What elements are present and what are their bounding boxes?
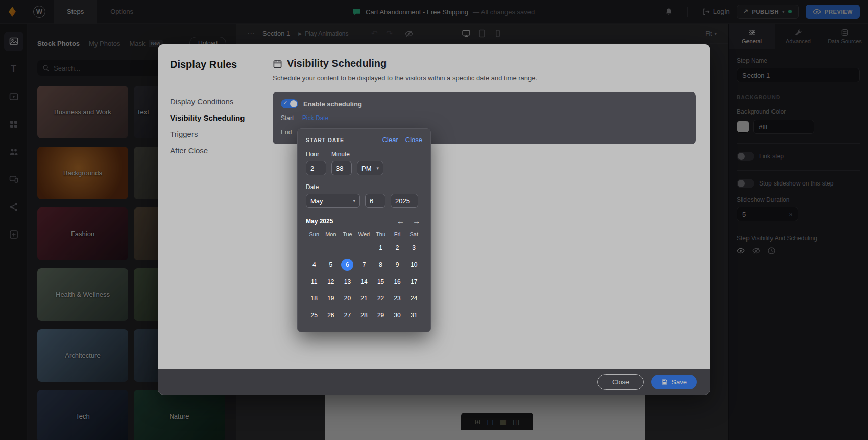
calendar-day[interactable]: 25 [306, 307, 323, 323]
date-picker-popup: START DATE Clear Close Hour Minute PM ▾ [297, 128, 431, 332]
calendar-day[interactable]: 16 [389, 273, 406, 290]
app-screen: W Steps Options Cart Abandonment - Free … [0, 0, 868, 440]
picker-close-link[interactable]: Close [405, 136, 422, 144]
weekday-label: Thu [372, 231, 389, 237]
month-arrows: ← → [397, 217, 422, 225]
calendar-day[interactable]: 8 [372, 256, 389, 273]
calendar-day-number: 31 [408, 309, 420, 321]
calendar-day[interactable]: 20 [339, 290, 356, 307]
month-value: May [310, 197, 323, 205]
calendar-day-number: 8 [375, 259, 387, 271]
month-navigation: May 2025 ← → [306, 217, 422, 225]
calendar-day[interactable]: 17 [405, 273, 422, 290]
picker-links: Clear Close [382, 136, 422, 144]
calendar-day[interactable]: 11 [306, 273, 323, 290]
picker-header: START DATE Clear Close [306, 136, 422, 144]
year-input[interactable] [391, 194, 418, 208]
calendar-day[interactable]: 30 [389, 307, 406, 323]
calendar-day-number: 23 [391, 292, 403, 305]
calendar-empty-cell [306, 239, 323, 256]
picker-caption: START DATE [306, 137, 344, 143]
month-title: May 2025 [306, 218, 333, 225]
calendar-day[interactable]: 26 [323, 307, 340, 323]
calendar-day-number: 14 [358, 275, 370, 288]
calendar-day[interactable]: 24 [405, 290, 422, 307]
meridiem-select[interactable]: PM ▾ [357, 161, 383, 175]
calendar-day-number: 5 [325, 259, 337, 271]
calendar-day[interactable]: 29 [372, 307, 389, 323]
month-select[interactable]: May ▾ [306, 194, 360, 208]
month-field: Date May ▾ [306, 183, 360, 208]
calendar-day[interactable]: 1 [372, 239, 389, 256]
calendar-day-number: 22 [375, 292, 387, 305]
calendar-day[interactable]: 12 [323, 273, 340, 290]
weekday-label: Tue [339, 231, 356, 237]
weekday-label: Fri [389, 231, 406, 237]
calendar-day[interactable]: 18 [306, 290, 323, 307]
calendar-day-number: 1 [375, 242, 387, 254]
calendar-day[interactable]: 13 [339, 273, 356, 290]
time-row: Hour Minute PM ▾ [306, 151, 422, 175]
hour-field: Hour [306, 151, 326, 175]
weekday-label: Sat [405, 231, 422, 237]
picker-clear-link[interactable]: Clear [382, 136, 398, 144]
calendar-day-number: 20 [341, 292, 353, 305]
calendar-day-number: 16 [391, 275, 403, 288]
prev-month-icon[interactable]: ← [397, 217, 404, 225]
calendar-day[interactable]: 27 [339, 307, 356, 323]
calendar-day[interactable]: 7 [356, 256, 373, 273]
calendar-day[interactable]: 22 [372, 290, 389, 307]
calendar-day-number: 3 [408, 242, 420, 254]
calendar-day[interactable]: 21 [356, 290, 373, 307]
calendar-day-number: 21 [358, 292, 370, 305]
calendar-day[interactable]: 3 [405, 239, 422, 256]
calendar-day-number: 12 [325, 275, 337, 288]
calendar-day-number: 19 [325, 292, 337, 305]
picker-backdrop [0, 0, 868, 440]
calendar-day-number: 26 [325, 309, 337, 321]
calendar-day-number: 17 [408, 275, 420, 288]
calendar-day-number: 24 [408, 292, 420, 305]
calendar-day-number: 2 [391, 242, 403, 254]
hour-input[interactable] [306, 161, 326, 175]
calendar-day-number: 13 [341, 275, 353, 288]
calendar-empty-cell [339, 239, 356, 256]
minute-label: Minute [331, 151, 352, 158]
calendar-day[interactable]: 19 [323, 290, 340, 307]
calendar-day[interactable]: 2 [389, 239, 406, 256]
calendar-day[interactable]: 14 [356, 273, 373, 290]
calendar-day-number: 4 [308, 259, 320, 271]
calendar-day-number: 29 [375, 309, 387, 321]
calendar-day-number: 15 [375, 275, 387, 288]
day-input[interactable] [365, 194, 385, 208]
weekday-row: SunMonTueWedThuFriSat [306, 231, 422, 237]
calendar-day-number: 28 [358, 309, 370, 321]
calendar-day[interactable]: 15 [372, 273, 389, 290]
calendar-day[interactable]: 10 [405, 256, 422, 273]
calendar-day[interactable]: 28 [356, 307, 373, 323]
calendar-day-number: 7 [358, 259, 370, 271]
calendar-day[interactable]: 9 [389, 256, 406, 273]
chevron-down-icon: ▾ [353, 198, 355, 203]
minute-field: Minute [331, 151, 352, 175]
hour-label: Hour [306, 151, 326, 158]
calendar-day-number: 27 [341, 309, 353, 321]
calendar-day[interactable]: 31 [405, 307, 422, 323]
meridiem-value: PM [361, 165, 372, 172]
date-row: Date May ▾ [306, 183, 422, 208]
next-month-icon[interactable]: → [413, 217, 420, 225]
calendar-day[interactable]: 6 [339, 256, 356, 273]
weekday-label: Mon [323, 231, 340, 237]
calendar-day[interactable]: 4 [306, 256, 323, 273]
calendar-day-number: 25 [308, 309, 320, 321]
calendar-day-number: 11 [308, 275, 320, 288]
calendar-day-number: 6 [341, 259, 353, 271]
weekday-label: Sun [306, 231, 323, 237]
calendar-day-number: 18 [308, 292, 320, 305]
calendar-empty-cell [323, 239, 340, 256]
calendar-day[interactable]: 5 [323, 256, 340, 273]
calendar-day[interactable]: 23 [389, 290, 406, 307]
calendar-day-number: 9 [391, 259, 403, 271]
minute-input[interactable] [331, 161, 352, 175]
calendar-grid: 1234567891011121314151617181920212223242… [306, 239, 422, 323]
